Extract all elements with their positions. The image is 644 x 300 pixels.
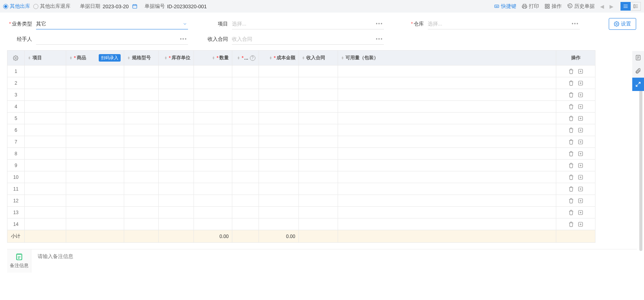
remark-tab[interactable]: 备注信息 xyxy=(7,249,31,273)
cell-amount[interactable] xyxy=(259,148,299,160)
delete-row-icon[interactable] xyxy=(568,104,574,109)
cell-contract[interactable] xyxy=(299,218,338,230)
cell-product[interactable] xyxy=(66,207,124,218)
add-row-icon[interactable] xyxy=(578,69,583,74)
table-row[interactable]: 13 xyxy=(7,207,595,218)
add-row-icon[interactable] xyxy=(578,222,583,227)
cell-unit[interactable] xyxy=(159,113,194,124)
cell-cost-price[interactable] xyxy=(232,171,259,183)
cell-available[interactable] xyxy=(338,124,557,136)
delete-row-icon[interactable] xyxy=(568,127,574,133)
cell-spec[interactable] xyxy=(124,89,159,101)
table-row[interactable]: 14 xyxy=(7,218,595,230)
cell-spec[interactable] xyxy=(124,207,159,218)
delete-row-icon[interactable] xyxy=(568,163,574,168)
add-row-icon[interactable] xyxy=(578,163,583,168)
cell-contract[interactable] xyxy=(299,195,338,207)
cell-cost-price[interactable] xyxy=(232,101,259,113)
cell-project[interactable] xyxy=(25,136,66,148)
cell-product[interactable] xyxy=(66,195,124,207)
cell-project[interactable] xyxy=(25,183,66,195)
settings-button[interactable]: 设置 xyxy=(609,18,636,30)
cell-unit[interactable] xyxy=(159,148,194,160)
cell-contract[interactable] xyxy=(299,136,338,148)
cell-product[interactable] xyxy=(66,101,124,113)
cell-unit[interactable] xyxy=(159,160,194,171)
cell-spec[interactable] xyxy=(124,195,159,207)
cell-qty[interactable] xyxy=(194,65,232,77)
cell-unit[interactable] xyxy=(159,183,194,195)
cell-project[interactable] xyxy=(25,77,66,89)
nav-next-icon[interactable]: ▶ xyxy=(610,4,613,9)
cell-qty[interactable] xyxy=(194,171,232,183)
cell-project[interactable] xyxy=(25,89,66,101)
cell-amount[interactable] xyxy=(259,136,299,148)
print-button[interactable]: 打印 xyxy=(522,3,539,10)
side-detail-icon[interactable] xyxy=(632,51,644,64)
cell-spec[interactable] xyxy=(124,77,159,89)
cell-amount[interactable] xyxy=(259,65,299,77)
cell-unit[interactable] xyxy=(159,195,194,207)
contract-select[interactable]: 收入合同 ••• xyxy=(232,34,384,45)
cell-amount[interactable] xyxy=(259,101,299,113)
table-row[interactable]: 9 xyxy=(7,160,595,171)
cell-cost-price[interactable] xyxy=(232,160,259,171)
cell-available[interactable] xyxy=(338,171,557,183)
cell-qty[interactable] xyxy=(194,77,232,89)
add-row-icon[interactable] xyxy=(578,186,583,192)
side-attach-icon[interactable] xyxy=(632,64,644,78)
delete-row-icon[interactable] xyxy=(568,186,574,192)
col-project[interactable]: 项目 xyxy=(25,51,66,65)
cell-qty[interactable] xyxy=(194,160,232,171)
cell-qty[interactable] xyxy=(194,113,232,124)
cell-contract[interactable] xyxy=(299,77,338,89)
add-row-icon[interactable] xyxy=(578,198,583,204)
operate-button[interactable]: 操作 xyxy=(545,3,562,10)
cell-cost-price[interactable] xyxy=(232,113,259,124)
cell-qty[interactable] xyxy=(194,148,232,160)
add-row-icon[interactable] xyxy=(578,80,583,86)
cell-cost-price[interactable] xyxy=(232,195,259,207)
cell-qty[interactable] xyxy=(194,136,232,148)
cell-contract[interactable] xyxy=(299,124,338,136)
cell-cost-price[interactable] xyxy=(232,89,259,101)
cell-product[interactable] xyxy=(66,113,124,124)
cell-contract[interactable] xyxy=(299,160,338,171)
cell-qty[interactable] xyxy=(194,124,232,136)
cell-product[interactable] xyxy=(66,136,124,148)
col-amount[interactable]: *成本金额 xyxy=(259,51,299,65)
cell-available[interactable] xyxy=(338,136,557,148)
cell-qty[interactable] xyxy=(194,183,232,195)
cell-unit[interactable] xyxy=(159,207,194,218)
cell-amount[interactable] xyxy=(259,207,299,218)
add-row-icon[interactable] xyxy=(578,175,583,180)
cell-project[interactable] xyxy=(25,148,66,160)
col-product[interactable]: *商品扫码录入 xyxy=(66,51,124,65)
cell-unit[interactable] xyxy=(159,89,194,101)
cell-spec[interactable] xyxy=(124,65,159,77)
delete-row-icon[interactable] xyxy=(568,198,574,204)
cell-cost-price[interactable] xyxy=(232,183,259,195)
delete-row-icon[interactable] xyxy=(568,116,574,121)
cell-product[interactable] xyxy=(66,160,124,171)
cell-project[interactable] xyxy=(25,113,66,124)
cell-project[interactable] xyxy=(25,218,66,230)
cell-product[interactable] xyxy=(66,148,124,160)
add-row-icon[interactable] xyxy=(578,210,583,215)
table-row[interactable]: 4 xyxy=(7,101,595,113)
cell-amount[interactable] xyxy=(259,195,299,207)
table-row[interactable]: 11 xyxy=(7,183,595,195)
table-row[interactable]: 2 xyxy=(7,77,595,89)
cell-contract[interactable] xyxy=(299,101,338,113)
cell-project[interactable] xyxy=(25,101,66,113)
table-row[interactable]: 8 xyxy=(7,148,595,160)
cell-available[interactable] xyxy=(338,89,557,101)
warehouse-select[interactable]: 选择... ••• xyxy=(428,18,580,29)
table-row[interactable]: 10 xyxy=(7,171,595,183)
table-row[interactable]: 7 xyxy=(7,136,595,148)
cell-contract[interactable] xyxy=(299,148,338,160)
cell-spec[interactable] xyxy=(124,101,159,113)
cell-product[interactable] xyxy=(66,218,124,230)
cell-amount[interactable] xyxy=(259,89,299,101)
cell-unit[interactable] xyxy=(159,124,194,136)
